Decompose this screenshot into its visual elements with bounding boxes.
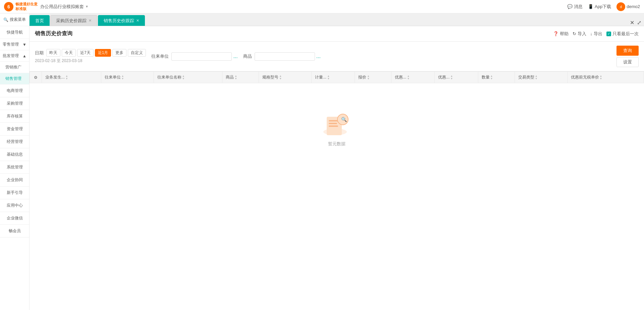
product-search-group: 商品 ... bbox=[243, 52, 321, 61]
th-quantity[interactable]: 数量 ▲▼ bbox=[478, 72, 515, 83]
sidebar-item-marketing[interactable]: 营销推广 bbox=[0, 62, 29, 73]
th-discount2[interactable]: 优惠... ▲▼ bbox=[435, 72, 478, 83]
date-btn-custom[interactable]: 自定义 bbox=[128, 49, 146, 57]
search-icon: 🔍 bbox=[3, 17, 8, 22]
main-layout: 🔍 搜索菜单 快捷导航 零售管理 ▼ 批发管理 ▲ 营销推广 销售管理 电商管理… bbox=[0, 13, 644, 310]
sidebar-item-enterprise[interactable]: 企业协同 bbox=[0, 174, 29, 187]
user-name-label: demo2 bbox=[627, 4, 640, 9]
counterpart-input-group: ... bbox=[171, 52, 237, 61]
close-tab-button[interactable]: ✕ bbox=[630, 19, 634, 26]
empty-state: 🔍 暂元数据 bbox=[30, 83, 644, 174]
sort-icon: ▲▼ bbox=[65, 75, 68, 80]
export-button[interactable]: ↓ 导出 bbox=[590, 31, 603, 37]
search-area: 日期 昨天 今天 近7天 近1月 更多 自定义 2023-02-18 至 202… bbox=[30, 42, 644, 71]
th-spec[interactable]: 规格型号 ▲▼ bbox=[259, 72, 312, 83]
sidebar-item-purchase[interactable]: 采购管理 bbox=[0, 97, 29, 110]
th-counterpart-name[interactable]: 往来单位名称 ▲▼ bbox=[154, 72, 222, 83]
svg-rect-4 bbox=[329, 125, 338, 127]
sidebar: 🔍 搜索菜单 快捷导航 零售管理 ▼ 批发管理 ▲ 营销推广 销售管理 电商管理… bbox=[0, 13, 30, 310]
expand-button[interactable]: ⤢ bbox=[637, 19, 641, 26]
chevron-down-icon: ▼ bbox=[22, 42, 26, 47]
sidebar-item-app-center[interactable]: 应用中心 bbox=[0, 199, 29, 212]
sort-icon: ▲▼ bbox=[535, 75, 538, 80]
th-gear[interactable]: ⚙ bbox=[30, 72, 42, 83]
th-unit[interactable]: 计量... ▲▼ bbox=[312, 72, 355, 83]
sidebar-item-system[interactable]: 系统管理 bbox=[0, 161, 29, 174]
date-btn-1month[interactable]: 近1月 bbox=[95, 49, 111, 57]
sort-icon: ▲▼ bbox=[407, 75, 410, 80]
top-bar-right: 💬 消息 📱 App下载 d demo2 bbox=[567, 2, 640, 11]
date-range-label: 2023-02-18 至 2023-03-18 bbox=[35, 58, 146, 64]
sidebar-item-basics[interactable]: 基础信息 bbox=[0, 148, 29, 161]
counterpart-input[interactable] bbox=[171, 52, 232, 61]
date-btn-today[interactable]: 今天 bbox=[62, 49, 76, 57]
counterpart-dots-button[interactable]: ... bbox=[233, 53, 237, 59]
th-counterpart-code[interactable]: 往来单位 ▲▼ bbox=[101, 72, 154, 83]
help-button[interactable]: ❓ 帮助 bbox=[553, 31, 569, 37]
query-button[interactable]: 查询 bbox=[616, 46, 639, 56]
svg-rect-3 bbox=[329, 123, 337, 124]
th-trade-type[interactable]: 交易类型 ▲▼ bbox=[515, 72, 567, 83]
tab-bar: 首页 采购历史价跟踪 ✕ 销售历史价跟踪 ✕ ✕ ⤢ bbox=[30, 13, 644, 26]
app-selector[interactable]: 办公用品行业模拟账套 ▼ bbox=[40, 4, 89, 10]
sidebar-item-member[interactable]: 畅会员 bbox=[0, 225, 29, 238]
product-label: 商品 bbox=[243, 53, 252, 59]
th-biz-date[interactable]: 业务发生... ▲▼ bbox=[42, 72, 101, 83]
date-btn-yesterday[interactable]: 昨天 bbox=[46, 49, 60, 57]
app-download-button[interactable]: 📱 App下载 bbox=[588, 4, 611, 10]
tab-home[interactable]: 首页 bbox=[30, 15, 50, 26]
date-btn-more[interactable]: 更多 bbox=[112, 49, 126, 57]
product-input-group: ... bbox=[255, 52, 321, 61]
tab-sales-history[interactable]: 销售历史价跟踪 ✕ bbox=[98, 15, 145, 26]
tab-purchase-history[interactable]: 采购历史价跟踪 ✕ bbox=[50, 15, 97, 26]
close-icon[interactable]: ✕ bbox=[136, 18, 139, 23]
content-area: 首页 采购历史价跟踪 ✕ 销售历史价跟踪 ✕ ✕ ⤢ 销售历史价查询 bbox=[30, 13, 644, 310]
chevron-down-icon: ▼ bbox=[85, 5, 89, 8]
logo-text: 畅捷通好生意 标准版 bbox=[15, 2, 38, 11]
th-quoted-price[interactable]: 报价 ▲▼ bbox=[355, 72, 391, 83]
sidebar-item-operations[interactable]: 经营管理 bbox=[0, 136, 29, 148]
date-btn-7days[interactable]: 近7天 bbox=[77, 49, 94, 57]
counterpart-label: 往来单位 bbox=[151, 53, 169, 59]
sidebar-item-inventory[interactable]: 库存核算 bbox=[0, 110, 29, 123]
th-product[interactable]: 商品 ▲▼ bbox=[222, 72, 259, 83]
sidebar-item-retail-mgmt[interactable]: 零售管理 ▼ bbox=[0, 39, 29, 50]
tab-bar-actions: ✕ ⤢ bbox=[627, 19, 644, 26]
table-container: ⚙ 业务发生... ▲▼ 往来 bbox=[30, 71, 644, 310]
sort-icon: ▲▼ bbox=[600, 75, 602, 80]
product-dots-button[interactable]: ... bbox=[316, 53, 321, 59]
sidebar-item-search-menu[interactable]: 🔍 搜索菜单 bbox=[0, 13, 29, 26]
sort-icon: ▲▼ bbox=[450, 75, 453, 80]
sidebar-item-ecommerce[interactable]: 电商管理 bbox=[0, 85, 29, 97]
only-last-checkbox[interactable]: ✓ 只看最后一次 bbox=[606, 31, 639, 37]
user-menu[interactable]: d demo2 bbox=[616, 2, 640, 11]
page-wrapper: 销售历史价查询 ❓ 帮助 ↻ 导入 ↓ 导出 ✓ bbox=[30, 26, 644, 310]
svg-text:🔍: 🔍 bbox=[341, 117, 347, 122]
th-discount1[interactable]: 优惠... ▲▼ bbox=[391, 72, 435, 83]
import-button[interactable]: ↻ 导入 bbox=[573, 31, 586, 37]
message-icon: 💬 bbox=[567, 4, 573, 9]
sidebar-item-quick-nav[interactable]: 快捷导航 bbox=[0, 26, 29, 39]
data-table: ⚙ 业务发生... ▲▼ 往来 bbox=[30, 71, 644, 83]
download-icon: 📱 bbox=[588, 4, 593, 9]
sidebar-item-wholesale-mgmt[interactable]: 批发管理 ▲ bbox=[0, 50, 29, 62]
close-icon[interactable]: ✕ bbox=[89, 18, 92, 23]
message-button[interactable]: 💬 消息 bbox=[567, 4, 583, 10]
search-and-table: ⚙ 业务发生... ▲▼ 往来 bbox=[30, 71, 644, 310]
table-header-row: ⚙ 业务发生... ▲▼ 往来 bbox=[30, 72, 644, 83]
page-header: 销售历史价查询 ❓ 帮助 ↻ 导入 ↓ 导出 ✓ bbox=[30, 26, 644, 42]
sort-icon: ▲▼ bbox=[121, 75, 124, 80]
sidebar-item-sales-mgmt[interactable]: 销售管理 bbox=[0, 73, 29, 85]
sidebar-item-finance[interactable]: 资金管理 bbox=[0, 123, 29, 136]
sort-icon: ▲▼ bbox=[182, 75, 185, 80]
product-input[interactable] bbox=[255, 52, 315, 61]
chevron-up-icon: ▲ bbox=[22, 54, 26, 58]
import-icon: ↻ bbox=[573, 31, 576, 36]
date-buttons: 昨天 今天 近7天 近1月 更多 自定义 bbox=[46, 49, 146, 57]
sidebar-item-wechat[interactable]: 企业微信 bbox=[0, 212, 29, 225]
empty-icon: 🔍 bbox=[320, 110, 354, 137]
th-pre-tax-price[interactable]: 优惠前无税单价 ▲▼ bbox=[567, 72, 644, 83]
app-name-label: 办公用品行业模拟账套 bbox=[40, 4, 84, 10]
sidebar-item-guide[interactable]: 新手引导 bbox=[0, 187, 29, 199]
settings-button[interactable]: 设置 bbox=[616, 57, 639, 67]
